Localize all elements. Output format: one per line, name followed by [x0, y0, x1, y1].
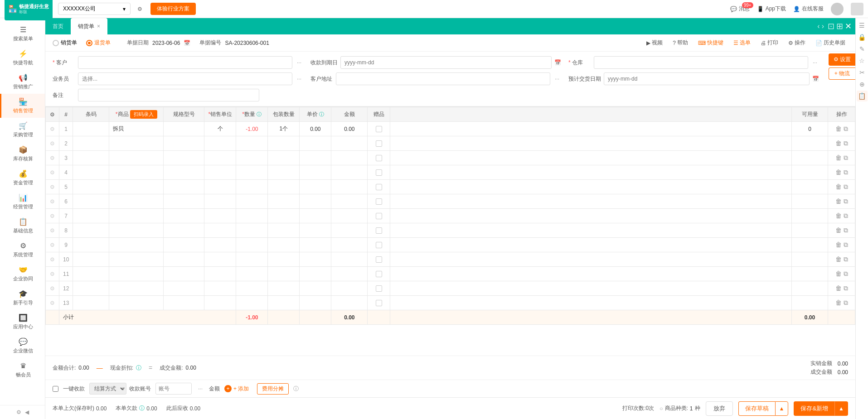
user-avatar[interactable] [831, 3, 844, 15]
row-price[interactable] [300, 252, 331, 267]
expense-info-icon[interactable]: ⓘ [293, 385, 299, 393]
sidebar-item-marketing[interactable]: 📢 营销推广 [0, 70, 45, 94]
add-payment-btn[interactable]: + + 添加 [224, 385, 249, 393]
row-settings[interactable]: ⚙ [46, 194, 59, 209]
row-pack-qty[interactable] [268, 238, 300, 252]
history-btn[interactable]: 📄 历史单据 [813, 38, 848, 48]
row-pack-qty[interactable] [268, 151, 300, 165]
payment-calendar-icon[interactable]: 📅 [554, 59, 561, 66]
row-unit[interactable] [204, 267, 236, 281]
copy-icon[interactable]: ⧉ [844, 299, 848, 307]
sidebar-item-system[interactable]: ⚙ 系统管理 [0, 238, 45, 262]
sidebar-item-quick-nav[interactable]: ⚡ 快捷导航 [0, 46, 45, 70]
row-settings[interactable]: ⚙ [46, 151, 59, 165]
row-gift[interactable] [368, 223, 390, 238]
calc-method-select[interactable]: 结算方式 [89, 383, 126, 395]
row-settings[interactable]: ⚙ [46, 252, 59, 267]
sidebar-collapse-icon[interactable]: ◀ [25, 409, 29, 415]
sidebar-item-search[interactable]: ☰ 搜索菜单 [0, 22, 45, 46]
row-qty[interactable]: -1.00 [236, 122, 268, 136]
save-draft-button[interactable]: 保存草稿 [738, 401, 775, 416]
row-pack-qty[interactable] [268, 209, 300, 223]
row-product[interactable] [109, 209, 164, 223]
right-action-edit[interactable]: ✎ [857, 43, 868, 54]
row-amount[interactable] [331, 194, 368, 209]
save-draft-dropdown[interactable]: ▲ [775, 401, 789, 416]
row-gift[interactable] [368, 122, 390, 136]
row-pack-qty[interactable] [268, 252, 300, 267]
tab-prev-icon[interactable]: ‹ [817, 22, 820, 30]
delete-icon[interactable]: 🗑 [835, 140, 842, 147]
row-unit[interactable]: 个 [204, 122, 236, 136]
gift-checkbox[interactable] [376, 198, 382, 205]
row-barcode[interactable] [73, 209, 109, 223]
row-gift[interactable] [368, 267, 390, 281]
right-action-star[interactable]: ☆ [857, 55, 868, 66]
row-gift[interactable] [368, 136, 390, 151]
warehouse-ellipsis[interactable]: ··· [811, 59, 819, 66]
row-qty[interactable] [236, 180, 268, 194]
row-amount[interactable] [331, 180, 368, 194]
scan-button[interactable]: 扫码录入 [130, 110, 157, 119]
copy-icon[interactable]: ⧉ [844, 284, 848, 292]
delete-icon[interactable]: 🗑 [835, 212, 842, 220]
row-barcode[interactable] [73, 223, 109, 238]
calendar-icon[interactable]: 📅 [184, 40, 190, 46]
gift-checkbox[interactable] [376, 242, 382, 248]
row-price[interactable] [300, 238, 331, 252]
row-price[interactable] [300, 296, 331, 310]
row-unit[interactable] [204, 165, 236, 180]
help-btn[interactable]: ? 帮助 [670, 38, 691, 48]
row-barcode[interactable] [73, 165, 109, 180]
row-settings[interactable]: ⚙ [46, 180, 59, 194]
product-type-icon[interactable]: ○ [659, 405, 663, 412]
row-pack-qty[interactable] [268, 223, 300, 238]
warehouse-input[interactable]: 建材仓 [594, 56, 808, 69]
row-barcode[interactable] [73, 122, 109, 136]
tab-close-icon[interactable]: × [97, 23, 100, 29]
remark-input[interactable] [78, 89, 259, 101]
salesperson-input[interactable] [78, 72, 292, 85]
copy-icon[interactable]: ⧉ [844, 255, 848, 263]
row-amount[interactable] [331, 238, 368, 252]
row-price[interactable] [300, 165, 331, 180]
row-amount[interactable] [331, 252, 368, 267]
address-ellipsis[interactable]: ··· [553, 76, 561, 82]
row-gift[interactable] [368, 209, 390, 223]
gift-checkbox[interactable] [376, 155, 382, 161]
setup-button[interactable]: ⚙ 设置 [829, 53, 855, 66]
copy-icon[interactable]: ⧉ [844, 140, 848, 147]
row-product[interactable] [109, 151, 164, 165]
row-spec[interactable] [164, 165, 204, 180]
gift-checkbox[interactable] [376, 227, 382, 234]
row-amount[interactable]: 0.00 [331, 122, 368, 136]
row-qty[interactable] [236, 151, 268, 165]
row-spec[interactable] [164, 238, 204, 252]
sidebar-item-inventory[interactable]: 📦 库存核算 [0, 142, 45, 166]
sidebar-item-operations[interactable]: 📊 经营管理 [0, 190, 45, 214]
account-input[interactable] [155, 383, 192, 395]
row-unit[interactable] [204, 238, 236, 252]
row-qty[interactable] [236, 252, 268, 267]
row-amount[interactable] [331, 267, 368, 281]
row-qty[interactable] [236, 223, 268, 238]
row-barcode[interactable] [73, 194, 109, 209]
row-pack-qty[interactable] [268, 136, 300, 151]
row-product[interactable] [109, 296, 164, 310]
row-qty[interactable] [236, 194, 268, 209]
row-pack-qty[interactable] [268, 194, 300, 209]
discard-button[interactable]: 放弃 [706, 401, 733, 416]
gift-checkbox[interactable] [376, 213, 382, 219]
shortcut-btn[interactable]: ⌨ 快捷键 [695, 38, 726, 48]
row-spec[interactable] [164, 223, 204, 238]
tab-home[interactable]: 首页 [45, 18, 71, 34]
row-spec[interactable] [164, 122, 204, 136]
row-pack-qty[interactable] [268, 281, 300, 296]
row-qty[interactable] [236, 209, 268, 223]
row-settings[interactable]: ⚙ [46, 209, 59, 223]
row-unit[interactable] [204, 136, 236, 151]
right-action-scissors[interactable]: ✂ [857, 67, 868, 78]
row-spec[interactable] [164, 151, 204, 165]
messages-button[interactable]: 💬 消息 99+ [730, 5, 750, 13]
row-product[interactable] [109, 223, 164, 238]
